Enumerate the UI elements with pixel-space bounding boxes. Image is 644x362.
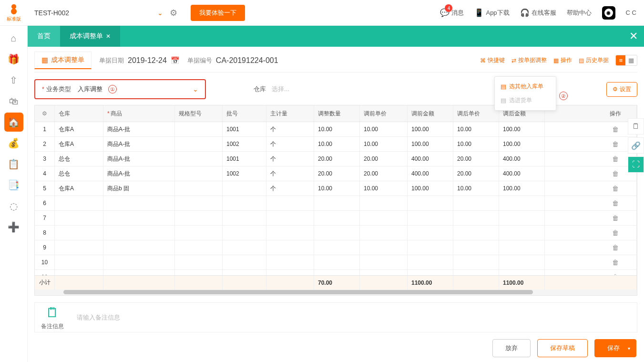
- table-row[interactable]: 4总仓商品A-批1002个20.0020.00400.0020.00400.00…: [35, 166, 637, 181]
- bill-icon: ▤: [501, 97, 506, 104]
- biztype-select[interactable]: * 业务类型 入库调整 ① ⌄: [34, 79, 206, 99]
- table-row[interactable]: 1仓库A商品A-批1001个10.0010.00100.0010.00100.0…: [35, 122, 637, 137]
- bill-icon: ▤: [501, 83, 506, 90]
- table-row[interactable]: 10🗑: [35, 255, 637, 270]
- note-icon: 🗒: [46, 305, 59, 321]
- chevron-down-icon: ⌄: [157, 9, 163, 17]
- brand-label: 标准版: [7, 16, 21, 22]
- doc-number: 单据编号 CA-20191224-001: [187, 56, 278, 65]
- select-other-inbound[interactable]: ▤ 选其他入库单: [495, 80, 556, 93]
- headset-icon: 🎧: [520, 8, 530, 17]
- help-link[interactable]: 帮助中心: [567, 9, 592, 17]
- row-settings-icon[interactable]: ⚙: [35, 105, 55, 122]
- float-link-icon[interactable]: 🔗: [628, 137, 644, 154]
- doc-tab-cost[interactable]: ▦ 成本调整单: [34, 52, 92, 69]
- hotkey-link[interactable]: ⌘快捷键: [480, 56, 505, 64]
- document-icon: ▦: [41, 56, 48, 64]
- nav-warehouse-out-icon[interactable]: ⇧: [4, 71, 23, 90]
- brand-logo: 标准版: [0, 0, 28, 26]
- side-nav: ⌂ 🎁 ⇧ 🛍 🏠 💰 📋 📑 ◌ ➕: [0, 26, 28, 362]
- trash-icon[interactable]: 🗑: [612, 155, 619, 163]
- table-body: 1仓库A商品A-批1001个10.0010.00100.0010.00100.0…: [35, 122, 637, 275]
- float-expand-icon[interactable]: ⛶: [628, 156, 644, 173]
- store-select[interactable]: 仓库 选择...: [254, 85, 289, 93]
- nav-ledger-icon[interactable]: 📑: [4, 176, 23, 195]
- messages-link[interactable]: 💬 消息 4: [440, 8, 464, 17]
- table-row[interactable]: 3总仓商品A-批1001个20.0020.00400.0020.00400.00…: [35, 152, 637, 166]
- table-row[interactable]: 6🗑: [35, 196, 637, 211]
- tab-home[interactable]: 首页: [28, 26, 60, 47]
- table-row[interactable]: 9🗑: [35, 240, 637, 255]
- support-link[interactable]: 🎧 在线客服: [520, 8, 556, 17]
- trash-icon[interactable]: 🗑: [612, 185, 619, 192]
- close-icon[interactable]: ✕: [106, 33, 111, 40]
- nav-sync-icon[interactable]: ◌: [4, 197, 23, 216]
- table-row[interactable]: 5仓库A商品b 固个10.0010.00100.0010.00100.00🗑: [35, 181, 637, 196]
- nav-gift-icon[interactable]: 🎁: [4, 50, 23, 69]
- chevron-down-icon: ⌄: [193, 85, 198, 93]
- grid-view-icon[interactable]: ▦: [625, 55, 637, 65]
- tab-cost-adjust[interactable]: 成本调整单 ✕: [60, 26, 120, 47]
- save-draft-button[interactable]: 保存草稿: [537, 339, 588, 357]
- nav-shop-icon[interactable]: 🛍: [4, 92, 23, 111]
- tabs-bar: 首页 成本调整单 ✕ ✕: [28, 26, 644, 47]
- discard-button[interactable]: 放弃: [492, 339, 531, 357]
- save-button[interactable]: 保存: [594, 339, 636, 357]
- gear-icon: ⚙: [613, 86, 618, 93]
- trash-icon[interactable]: 🗑: [612, 229, 619, 237]
- phone-icon: 📱: [474, 8, 484, 17]
- table-row[interactable]: 8🗑: [35, 226, 637, 240]
- history-link[interactable]: ▤历史单据: [579, 56, 609, 64]
- avatar[interactable]: ◉: [602, 6, 615, 20]
- table-row[interactable]: 7🗑: [35, 211, 637, 226]
- org-selector[interactable]: TEST-H002 ⌄: [34, 9, 163, 17]
- gear-icon[interactable]: ⚙: [170, 8, 177, 18]
- horizontal-scrollbar[interactable]: [35, 290, 637, 295]
- doc-date[interactable]: 单据日期 2019-12-24 📅: [99, 56, 180, 65]
- nav-warehouse-icon[interactable]: 🏠: [4, 113, 23, 132]
- trash-icon[interactable]: 🗑: [612, 244, 619, 251]
- nav-new-icon[interactable]: ➕: [4, 217, 23, 237]
- source-bill-popup: ▤ 选其他入库单 ▤ 选进货单: [494, 76, 556, 111]
- annotation-2: ②: [559, 92, 568, 100]
- view-toggle[interactable]: ≡ ▦: [615, 55, 637, 66]
- trash-icon[interactable]: 🗑: [612, 199, 619, 207]
- nav-report-icon[interactable]: 📋: [4, 155, 23, 174]
- annotation-1: ①: [108, 85, 117, 93]
- nav-finance-icon[interactable]: 💰: [4, 134, 23, 153]
- tabs-close-all[interactable]: ✕: [623, 26, 644, 47]
- float-note-icon[interactable]: 🗒: [628, 118, 644, 134]
- user-name: C C: [626, 9, 636, 16]
- remark-input[interactable]: [70, 314, 637, 321]
- calendar-icon[interactable]: 📅: [171, 56, 180, 65]
- adjust-by-bill-link[interactable]: ⇄按单据调整: [511, 56, 547, 64]
- trash-icon[interactable]: 🗑: [612, 170, 619, 177]
- trash-icon[interactable]: 🗑: [612, 125, 619, 133]
- settings-button[interactable]: ⚙ 设置: [606, 82, 637, 97]
- trash-icon[interactable]: 🗑: [612, 259, 619, 266]
- trash-icon[interactable]: 🗑: [612, 140, 619, 148]
- org-name: TEST-H002: [34, 9, 69, 17]
- remark-section: 🗒 备注信息: [34, 302, 637, 332]
- operations-link[interactable]: ▦操作: [553, 56, 572, 64]
- right-float-panel: 🗒 🔗 ⛶: [628, 118, 644, 173]
- table-subtotal-row: 小计 70.00 1100.00 1100.00: [35, 275, 637, 290]
- nav-home-icon[interactable]: ⌂: [4, 29, 23, 48]
- list-view-icon[interactable]: ≡: [616, 55, 625, 65]
- select-purchase-bill: ▤ 选进货单: [495, 93, 556, 107]
- table-row[interactable]: 11🗑: [35, 270, 637, 275]
- table-row[interactable]: 2仓库A商品A-批1002个10.0010.00100.0010.00100.0…: [35, 137, 637, 152]
- app-download-link[interactable]: 📱 App下载: [474, 8, 509, 17]
- trash-icon[interactable]: 🗑: [612, 214, 619, 222]
- experience-button[interactable]: 我要体验一下: [191, 5, 245, 21]
